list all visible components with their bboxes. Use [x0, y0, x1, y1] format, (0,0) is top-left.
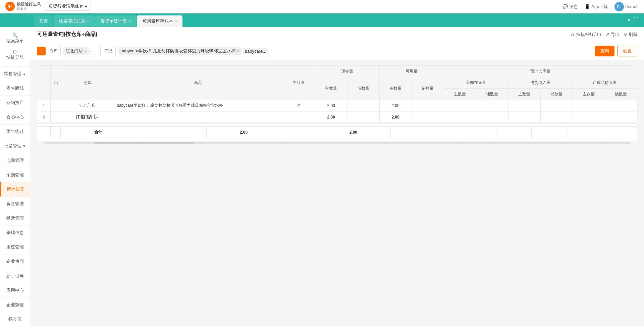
- sidebar-item-appstore-label: 应用中心: [6, 287, 24, 293]
- cell-product-aux: [605, 100, 637, 111]
- filter-expand-button[interactable]: »: [37, 47, 46, 55]
- warehouse-tag-value: 江北门店: [65, 48, 83, 54]
- page-actions: 🖨 按模板打印 ▾ ↗ 导出 ↺ 刷新: [571, 32, 637, 38]
- phone-icon: 📱: [585, 4, 590, 9]
- user-item[interactable]: Ea demo2: [614, 2, 639, 11]
- footer-table: 合计 2.00 2.00: [37, 126, 637, 138]
- sidebar-item-enterprise[interactable]: 企业协同: [0, 254, 30, 269]
- sidebar-item-ecom[interactable]: 电商管理: [0, 153, 30, 168]
- sidebar-item-system[interactable]: 系统管理: [0, 240, 30, 254]
- app-download-item[interactable]: 📱 App下载: [585, 4, 608, 10]
- filter-actions: 查询 设置: [595, 46, 637, 56]
- setting-button[interactable]: 设置: [617, 46, 637, 56]
- scroll-thumb[interactable]: [94, 142, 195, 144]
- tab-order[interactable]: 要货单统计表 ×: [95, 15, 136, 27]
- product-tag-1-close[interactable]: ×: [237, 49, 239, 54]
- warehouse-input[interactable]: 江北门店 × ···: [60, 46, 101, 56]
- fullscreen-icon[interactable]: ⛶: [633, 17, 639, 23]
- sidebar-item-basic[interactable]: 基础信息: [0, 226, 30, 240]
- footer-stock-main: 2.00: [207, 127, 281, 138]
- sidebar-item-vip[interactable]: 畅会员: [0, 312, 30, 326]
- sidebar-item-ecom-label: 电商管理: [6, 157, 24, 164]
- cell-goods-main: [508, 111, 540, 123]
- sidebar-item-retail-mall[interactable]: 零售商城: [0, 81, 30, 96]
- sidebar-search[interactable]: 🔍 搜索菜单: [0, 30, 30, 47]
- cell-goods-main: [508, 100, 540, 111]
- sidebar-item-retail-mgmt[interactable]: 零售管理 ▲: [0, 67, 30, 81]
- table-area: ⚙ 仓库 商品 主计量 现存量 可用量 预计入库量 主数量 辅数量 主数量 辅数…: [30, 60, 644, 326]
- sidebar-item-operation[interactable]: 经营管理: [0, 211, 30, 226]
- th-purchase-aux: 辅数量: [476, 89, 508, 100]
- nav-icon: ⊞: [13, 49, 17, 54]
- main-layout: 🔍 搜索菜单 ⊞ 快捷导航 零售管理 ▲ 零售商城 营销推广 会员中心 零售统计…: [0, 27, 644, 326]
- cell-product-main: [573, 111, 605, 123]
- top-bar: 好 畅捷通好生意 标准版 母婴行业演示账套 ▾ 💬 消息 📱 App下载 Ea …: [0, 0, 644, 13]
- product-filter-group: 商品 babycare学饮杯 儿童防摔防撞吸管杯重力球吸嘴杯宝宝水杯 × bab…: [105, 46, 271, 56]
- sidebar-item-wecom[interactable]: 企业微信: [0, 298, 30, 312]
- sidebar-item-system-label: 系统管理: [6, 244, 24, 250]
- scroll-track[interactable]: [44, 142, 631, 144]
- sidebar-item-marketing[interactable]: 营销推广: [0, 96, 30, 110]
- warehouse-dots[interactable]: ···: [90, 49, 94, 54]
- nav-tabs: 首页 收发存汇总表 × 要货单统计表 × 可用量库存账本 × × ⛶: [0, 13, 644, 27]
- sidebar-item-inventory-check-label: 库存核算: [7, 186, 24, 192]
- th-stock-group: 现存量: [315, 66, 379, 77]
- sidebar-nav[interactable]: ⊞ 快捷导航: [0, 47, 30, 63]
- settings-icon[interactable]: ⚙: [54, 80, 58, 86]
- cell-stock-aux: [347, 100, 379, 111]
- cell-settings: [51, 100, 62, 111]
- warehouse-filter-group: 仓库 江北门店 × ···: [50, 46, 101, 56]
- tab-inventory-close[interactable]: ×: [175, 19, 177, 23]
- sidebar-item-newbie[interactable]: 新手引导: [0, 269, 30, 283]
- warehouse-tag-close[interactable]: ×: [84, 49, 87, 54]
- sidebar-item-inventory-check[interactable]: 库存核算: [0, 182, 30, 197]
- page-header: 可用量查询(按仓库+商品) 🖨 按模板打印 ▾ ↗ 导出 ↺ 刷新: [30, 27, 644, 42]
- footer-product: [136, 127, 171, 138]
- message-item[interactable]: 💬 消息: [562, 4, 578, 10]
- refresh-button[interactable]: ↺ 刷新: [624, 32, 637, 38]
- tab-home[interactable]: 首页: [34, 15, 53, 27]
- th-available-group: 可用量: [379, 66, 444, 77]
- sidebar-item-retail-mgmt-label: 零售管理: [4, 71, 21, 77]
- avatar: Ea: [614, 2, 624, 11]
- refresh-label: 刷新: [629, 32, 637, 38]
- tab-inventory-label: 可用量库存账本: [143, 18, 173, 24]
- sidebar-top: 🔍 搜索菜单 ⊞ 快捷导航: [0, 27, 30, 67]
- sidebar-item-purchase-label: 采购管理: [6, 172, 24, 178]
- cell-stock-aux: [347, 111, 379, 123]
- export-button[interactable]: ↗ 导出: [606, 32, 620, 38]
- tab-income[interactable]: 收发存汇总表 ×: [54, 15, 95, 27]
- product-tag-2: babycare...: [243, 48, 268, 54]
- th-goods-aux: 辅数量: [540, 89, 573, 100]
- footer-purchase-aux: [461, 127, 496, 138]
- logo-icon: 好: [5, 2, 15, 11]
- cell-goods-aux: [540, 111, 573, 123]
- sidebar-item-retail-stat[interactable]: 零售统计: [0, 125, 30, 139]
- sidebar-item-retail-mall-label: 零售商城: [6, 85, 24, 91]
- query-button[interactable]: 查询: [595, 46, 614, 56]
- tab-inventory[interactable]: 可用量库存账本 ×: [137, 15, 182, 27]
- th-settings[interactable]: ⚙: [51, 66, 62, 100]
- template-print-button[interactable]: 🖨 按模板打印 ▾: [571, 32, 602, 38]
- sidebar-item-marketing-label: 营销推广: [6, 100, 24, 106]
- sidebar-item-member[interactable]: 会员中心: [0, 110, 30, 125]
- sidebar-item-wholesale[interactable]: 批发管理 ▼: [0, 139, 30, 153]
- industry-selector[interactable]: 母婴行业演示账套 ▾: [45, 2, 91, 11]
- refresh-icon: ↺: [624, 32, 627, 37]
- scrollbar-area: [37, 141, 637, 145]
- footer-empty-2: [51, 127, 61, 138]
- th-product: 商品: [113, 66, 283, 100]
- close-all-icon[interactable]: ×: [628, 17, 631, 23]
- sidebar-item-finance-label: 资金管理: [6, 201, 24, 207]
- search-icon: 🔍: [12, 33, 18, 38]
- sidebar: 🔍 搜索菜单 ⊞ 快捷导航 零售管理 ▲ 零售商城 营销推广 会员中心 零售统计…: [0, 27, 30, 326]
- sidebar-item-purchase[interactable]: 采购管理: [0, 168, 30, 182]
- product-input[interactable]: babycare学饮杯 儿童防摔防撞吸管杯重力球吸嘴杯宝宝水杯 × babyca…: [115, 46, 271, 56]
- sidebar-item-finance[interactable]: 资金管理: [0, 197, 30, 211]
- cell-product: babycare学饮杯 儿童防摔防撞吸管杯重力球吸嘴杯宝宝水杯: [113, 100, 283, 111]
- tab-order-close[interactable]: ×: [129, 19, 131, 23]
- table-row: 2 江北门店【... 2.00 2.00: [37, 111, 637, 123]
- sidebar-item-appstore[interactable]: 应用中心: [0, 283, 30, 298]
- tab-income-close[interactable]: ×: [87, 19, 89, 23]
- footer-goods-main: [496, 127, 531, 138]
